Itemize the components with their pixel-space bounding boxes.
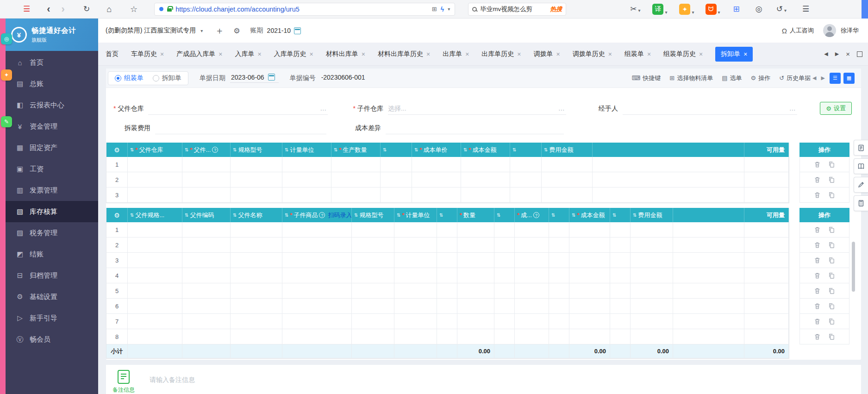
sidebar-item-3[interactable]: ¥资金管理 xyxy=(6,116,98,137)
delete-row-icon[interactable] xyxy=(814,176,821,183)
sidebar-item-10[interactable]: ⊟归档管理 xyxy=(6,265,98,286)
close-icon[interactable]: × xyxy=(426,50,430,58)
row-number-cell[interactable]: 2 xyxy=(106,238,128,252)
account-settings-icon[interactable]: ⚙ xyxy=(233,26,240,35)
grid-cell[interactable] xyxy=(631,314,673,329)
grid-cell[interactable] xyxy=(494,268,515,283)
grid-cell[interactable] xyxy=(744,253,789,268)
tab-12[interactable]: 组装单历史× xyxy=(663,50,703,58)
grid-cell[interactable] xyxy=(381,188,412,202)
grid-cell[interactable] xyxy=(549,238,569,252)
grid-cell[interactable] xyxy=(673,329,744,344)
grid-cell[interactable] xyxy=(569,222,610,237)
back-icon[interactable]: ‹ xyxy=(47,4,50,14)
grid-cell[interactable] xyxy=(569,268,610,283)
screenshot-tool[interactable]: ✂ ▾ xyxy=(630,5,640,13)
parent_table-col-7[interactable]: ⇅*成本单价 xyxy=(412,143,461,157)
tab-10[interactable]: 调拨单历史× xyxy=(573,50,612,58)
translate-tool[interactable]: 译 ▾ xyxy=(652,4,667,15)
grid-cell[interactable] xyxy=(394,314,437,329)
grid-cell[interactable] xyxy=(610,314,631,329)
grid-cell[interactable] xyxy=(437,329,457,344)
history-restore-tool[interactable]: ↺ ▾ xyxy=(776,5,787,13)
grid-cell[interactable] xyxy=(744,329,789,344)
child_table-col-15[interactable] xyxy=(673,208,744,222)
calendar-icon[interactable] xyxy=(268,74,275,81)
grid-cell[interactable] xyxy=(510,157,542,172)
grid-cell[interactable] xyxy=(515,253,549,268)
grid-cell[interactable] xyxy=(515,238,549,252)
tab-9[interactable]: 调拨单× xyxy=(534,50,560,58)
gear-icon[interactable]: ⚙ xyxy=(114,212,120,219)
child_table-col-1[interactable]: ⇅父件规格... xyxy=(128,208,182,222)
close-icon[interactable]: × xyxy=(465,50,469,58)
grid-view-button[interactable]: ▦ xyxy=(843,73,855,84)
grid-cell[interactable] xyxy=(569,299,610,313)
account-selector[interactable]: (勿删勿禁用) 江西服宝测试专用 ▾ xyxy=(106,26,203,35)
close-icon[interactable]: × xyxy=(743,50,747,58)
grid-cell[interactable] xyxy=(549,299,569,313)
chevron-down-icon[interactable]: ▾ xyxy=(448,6,450,12)
flash-icon[interactable]: ϟ xyxy=(441,6,444,13)
consult-button[interactable]: Ω 人工咨询 xyxy=(782,26,814,35)
grid-cell[interactable] xyxy=(331,172,381,187)
grid-cell[interactable] xyxy=(610,268,631,283)
sidebar-item-2[interactable]: ◧云报表中心 xyxy=(6,94,98,116)
row-number-cell[interactable]: 8 xyxy=(106,329,128,344)
grid-cell[interactable] xyxy=(182,188,231,202)
grid-cell[interactable] xyxy=(182,329,231,344)
chevron-down-icon[interactable]: ▾ xyxy=(784,8,787,13)
info-icon[interactable]: ? xyxy=(319,212,325,218)
grid-cell[interactable] xyxy=(182,314,231,329)
grid-cell[interactable] xyxy=(744,268,789,283)
sort-icon[interactable]: ⇅ xyxy=(572,213,575,218)
grid-cell[interactable] xyxy=(673,268,744,283)
grid-cell[interactable] xyxy=(437,268,457,283)
grid-cell[interactable] xyxy=(182,157,231,172)
grid-cell[interactable] xyxy=(494,253,515,268)
grid-cell[interactable] xyxy=(282,157,331,172)
grid-cell[interactable] xyxy=(610,222,631,237)
grid-cell[interactable] xyxy=(744,283,789,298)
grid-cell[interactable] xyxy=(631,283,673,298)
grid-cell[interactable] xyxy=(437,314,457,329)
row-number-cell[interactable]: 5 xyxy=(106,283,128,298)
apps-grid-icon[interactable]: ⊞ xyxy=(733,5,740,13)
grid-cell[interactable] xyxy=(282,329,352,344)
row-number-cell[interactable]: 2 xyxy=(106,172,128,187)
child_table-col-8[interactable]: *数量 xyxy=(457,208,494,222)
sort-icon[interactable]: ⇅ xyxy=(354,213,358,218)
grid-cell[interactable] xyxy=(569,283,610,298)
grid-cell[interactable] xyxy=(352,238,394,252)
info-icon[interactable]: ? xyxy=(533,212,539,218)
close-icon[interactable]: × xyxy=(556,50,560,58)
copy-row-icon[interactable] xyxy=(828,226,835,233)
close-icon[interactable]: × xyxy=(362,50,365,58)
handler-input[interactable]: ⋯ xyxy=(623,103,797,115)
grid-cell[interactable] xyxy=(282,299,352,313)
copy-row-icon[interactable] xyxy=(828,257,835,264)
grid-cell[interactable] xyxy=(231,222,282,237)
grid-cell[interactable] xyxy=(515,268,549,283)
child_table-col-3[interactable]: ⇅父件名称 xyxy=(231,208,282,222)
sort-icon[interactable]: ⇅ xyxy=(497,213,500,218)
grid-cell[interactable] xyxy=(461,157,510,172)
grid-cell[interactable] xyxy=(128,157,182,172)
grid-cell[interactable] xyxy=(182,283,231,298)
doc-number-value[interactable]: -20230606-001 xyxy=(320,74,369,82)
sidebar-item-1[interactable]: ▤总账 xyxy=(6,73,98,94)
parent_table-col-11[interactable] xyxy=(593,143,744,157)
scan-entry-link[interactable]: 扫码录入 xyxy=(328,211,352,219)
parent_table-col-3[interactable]: ⇅规格型号 xyxy=(231,143,282,157)
refresh-icon[interactable]: ↻ xyxy=(83,5,90,13)
grid-cell[interactable] xyxy=(352,314,394,329)
tab-1[interactable]: 车单历史× xyxy=(131,50,164,58)
calculator-icon[interactable] xyxy=(854,195,868,211)
grid-cell[interactable] xyxy=(282,253,352,268)
grid-cell[interactable] xyxy=(352,222,394,237)
toolbar-action-3[interactable]: ⚙操作 xyxy=(751,74,771,82)
tab-0[interactable]: 首页 xyxy=(106,50,119,58)
copy-row-icon[interactable] xyxy=(828,318,835,325)
sort-icon[interactable]: ⇅ xyxy=(414,147,418,152)
grid-cell[interactable] xyxy=(515,314,549,329)
